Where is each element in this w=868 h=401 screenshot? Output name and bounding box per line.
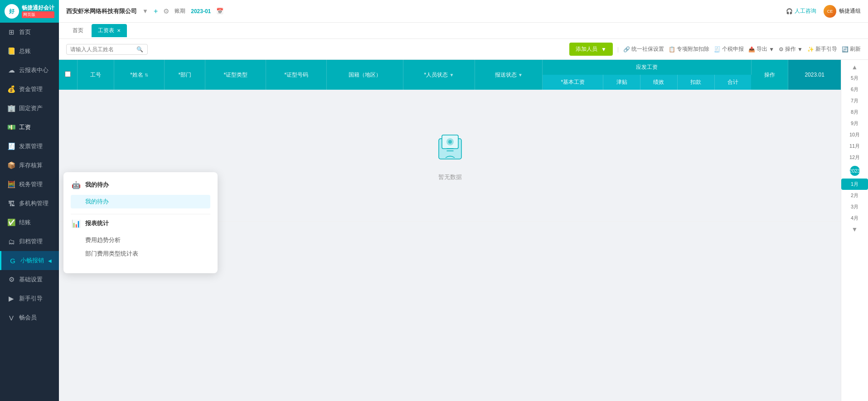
status-filter-icon[interactable]: ▼: [450, 72, 454, 77]
sidebar-label-home: 首页: [19, 28, 31, 36]
settings-icon[interactable]: ⚙: [163, 7, 169, 15]
social-security-btn[interactable]: 🔗 统一社保设置: [623, 45, 664, 53]
add-dropdown-arrow[interactable]: ▼: [601, 46, 606, 53]
month-11[interactable]: 11月: [841, 140, 868, 152]
sidebar-item-home[interactable]: ⊞ 首页: [0, 23, 59, 42]
month-nav-down[interactable]: ▼: [850, 224, 860, 235]
id-type-header: *证型类型: [205, 60, 266, 90]
new-guide-btn[interactable]: ✨ 新手引导: [807, 45, 837, 53]
cloud-icon: ☁: [7, 66, 15, 74]
month-6[interactable]: 6月: [841, 84, 868, 95]
month-10[interactable]: 10月: [841, 129, 868, 140]
year-badge: 2023: [850, 166, 860, 176]
sidebar-item-multi-org[interactable]: 🏗 多机构管理: [0, 194, 59, 213]
sidebar-item-fund[interactable]: 💰 资金管理: [0, 80, 59, 99]
member-icon: V: [7, 314, 15, 322]
service-button[interactable]: 🎧 人工咨询: [786, 7, 816, 15]
company-name[interactable]: 西安虾米网络科技有限公司: [66, 7, 137, 15]
individual-tax-label: 个税申报: [722, 45, 744, 53]
send-status-header[interactable]: 报送状态 ▼: [475, 60, 543, 90]
month-1[interactable]: 1月: [841, 179, 868, 190]
archive-icon: 🗂: [7, 238, 15, 246]
add-company-btn[interactable]: +: [154, 7, 158, 15]
search-icon[interactable]: 🔍: [136, 46, 143, 53]
sidebar-item-cloud-report[interactable]: ☁ 云报表中心: [0, 61, 59, 80]
sidebar-item-ledger[interactable]: 📒 总账: [0, 42, 59, 61]
tab-close-btn[interactable]: ✕: [117, 28, 121, 33]
invoice-icon: 🧾: [7, 142, 15, 150]
popup-section-reports: 📊 报表统计 费用趋势分析 部门费用类型统计表: [71, 218, 210, 261]
export-btn[interactable]: 📤 导出 ▼: [748, 45, 774, 53]
sidebar-logo: 好 畅捷通好会计 网页版: [0, 0, 59, 23]
month-3[interactable]: 3月: [841, 201, 868, 213]
sidebar-item-fixed-assets[interactable]: 🏢 固定资产: [0, 99, 59, 118]
reports-title-label: 报表统计: [85, 219, 109, 227]
popup-item-cost-trend[interactable]: 费用趋势分析: [71, 233, 210, 247]
tab-home[interactable]: 首页: [66, 24, 90, 37]
popup-section-todo: 🤖 我的待办 我的待办: [71, 179, 210, 208]
export-arrow: ▼: [769, 46, 774, 53]
sidebar: 好 畅捷通好会计 网页版 ⊞ 首页 📒 总账 ☁ 云报表中心 💰 资金管理 🏢 …: [0, 0, 59, 401]
month-8[interactable]: 8月: [841, 106, 868, 118]
sidebar-item-archive[interactable]: 🗂 归档管理: [0, 232, 59, 251]
logo-text-area: 畅捷通好会计 网页版: [22, 5, 54, 19]
month-2[interactable]: 2月: [841, 190, 868, 201]
xiaochang-dropdown: 🤖 我的待办 我的待办 📊 报表统计 费用趋势分析 部门费用类型统计表: [63, 172, 218, 273]
deduction-label: 专项附加扣除: [677, 45, 709, 53]
sidebar-label-member: 畅会员: [19, 314, 37, 322]
company-dropdown-arrow[interactable]: ▼: [142, 8, 148, 14]
calendar-icon[interactable]: 📅: [216, 8, 223, 14]
individual-tax-btn[interactable]: 🧾 个税申报: [714, 45, 744, 53]
sidebar-item-member[interactable]: V 畅会员: [0, 308, 59, 327]
sidebar-item-inventory[interactable]: 📦 库存核算: [0, 156, 59, 175]
refresh-btn[interactable]: 🔄 刷新: [842, 45, 861, 53]
add-person-button[interactable]: 添加人员 ▼: [569, 43, 613, 56]
dept-header: *部门: [165, 60, 205, 90]
name-header[interactable]: *姓名 ⇅: [114, 60, 165, 90]
sidebar-item-basic[interactable]: ⚙ 基础设置: [0, 270, 59, 289]
month-4[interactable]: 4月: [841, 213, 868, 224]
year-2023-badge: 2023: [850, 165, 860, 177]
sidebar-item-closing[interactable]: ✅ 结账: [0, 213, 59, 232]
popup-item-dept-cost[interactable]: 部门费用类型统计表: [71, 247, 210, 261]
month-5[interactable]: 5月: [841, 72, 868, 84]
salary-group-header: 应发工资: [543, 60, 751, 75]
special-deduction-btn[interactable]: 📋 专项附加扣除: [669, 45, 709, 53]
tab-home-label: 首页: [73, 27, 83, 34]
search-box: 🔍: [66, 44, 148, 55]
month-nav-up[interactable]: ▲: [850, 62, 860, 72]
sidebar-label-cloud: 云报表中心: [19, 66, 48, 74]
todo-title-label: 我的待办: [85, 181, 109, 189]
salary-icon: 💵: [7, 123, 15, 131]
sep1: |: [617, 46, 619, 53]
sidebar-item-xiaochang[interactable]: G 小畅报销 ◀: [0, 251, 59, 270]
empty-icon: [432, 130, 468, 166]
name-sort-icon[interactable]: ⇅: [145, 72, 148, 77]
sidebar-item-invoice[interactable]: 🧾 发票管理: [0, 137, 59, 156]
person-status-header[interactable]: *人员状态 ▼: [403, 60, 475, 90]
todo-section-icon: 🤖: [71, 179, 82, 190]
user-name: 畅捷通组: [839, 7, 861, 15]
user-info[interactable]: CE 畅捷通组: [824, 5, 861, 18]
month-navigator: ▲ 5月 6月 7月 8月 9月 10月 11月 12月 2023 1月 2月 …: [841, 60, 868, 401]
month-9[interactable]: 9月: [841, 118, 868, 129]
sidebar-item-guide[interactable]: ▶ 新手引导: [0, 289, 59, 308]
month-12[interactable]: 12月: [841, 152, 868, 163]
add-person-label: 添加人员: [576, 45, 597, 53]
export-icon: 📤: [748, 46, 755, 53]
total-header: 合计: [714, 75, 751, 90]
send-filter-icon[interactable]: ▼: [518, 72, 523, 77]
month-7[interactable]: 7月: [841, 95, 868, 106]
reports-section-icon: 📊: [71, 218, 82, 229]
select-all-checkbox[interactable]: [65, 71, 71, 77]
sidebar-item-tax[interactable]: 🧮 税务管理: [0, 175, 59, 194]
popup-item-my-todo[interactable]: 我的待办: [71, 195, 210, 208]
search-input[interactable]: [70, 46, 134, 53]
tab-salary[interactable]: 工资表 ✕: [92, 24, 127, 37]
sidebar-item-salary[interactable]: 💵 工资: [0, 118, 59, 137]
checkbox-header[interactable]: [59, 60, 77, 90]
ledger-icon: 📒: [7, 47, 15, 55]
deduction-icon: 📋: [669, 46, 675, 53]
operation-btn[interactable]: ⚙ 操作 ▼: [779, 45, 803, 53]
section-title-reports: 📊 报表统计: [71, 218, 210, 229]
